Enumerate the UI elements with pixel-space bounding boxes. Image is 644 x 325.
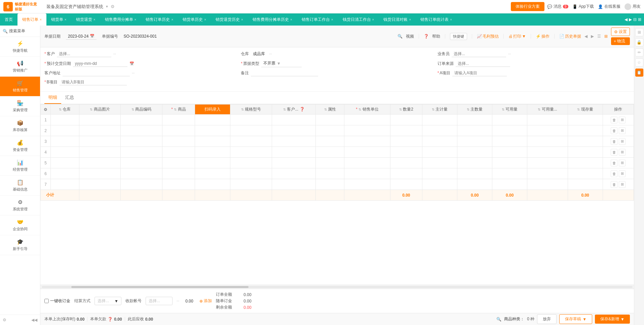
row-6-attr[interactable] bbox=[316, 168, 344, 179]
tab-close-sales-invoice[interactable]: × bbox=[65, 18, 67, 22]
row-5-copy-icon[interactable]: ⊞ bbox=[619, 160, 626, 166]
tab-sales-return[interactable]: 销货退货 × bbox=[71, 13, 100, 26]
sort-main-qty[interactable]: ⇅ bbox=[467, 108, 469, 111]
row-6-delete-icon[interactable]: 🗑 bbox=[611, 170, 617, 177]
row-4-spec[interactable] bbox=[230, 147, 272, 158]
row-7-product[interactable] bbox=[162, 179, 195, 190]
row-1-cust-code[interactable] bbox=[272, 115, 316, 125]
row-4-delete-icon[interactable]: 🗑 bbox=[611, 149, 617, 156]
row-7-qty2[interactable] bbox=[390, 179, 422, 190]
tab-detail[interactable]: 明细 bbox=[44, 92, 61, 104]
tab-order-workbench[interactable]: 销售订单工作台 × bbox=[297, 13, 338, 26]
row-6-unit[interactable] bbox=[344, 168, 390, 179]
row-4-product[interactable] bbox=[162, 147, 195, 158]
row-4-main-unit[interactable] bbox=[422, 147, 457, 158]
row-2-delete-icon[interactable]: 🗑 bbox=[611, 127, 617, 134]
row-6-product[interactable] bbox=[162, 168, 195, 179]
tab-fullscreen-icon[interactable]: ⊞ bbox=[638, 17, 641, 22]
right-tool-grid[interactable]: ⊞ bbox=[635, 28, 643, 36]
right-tool-copy[interactable]: 📋 bbox=[635, 69, 643, 77]
staff-more-icon[interactable]: ··· bbox=[508, 52, 511, 56]
history-btn[interactable]: 📄 历史单据 bbox=[559, 34, 581, 39]
sort-available2[interactable]: ⇅ bbox=[538, 108, 540, 111]
nav-right-icon[interactable]: ▶ bbox=[591, 34, 594, 39]
row-6-qty2[interactable] bbox=[390, 168, 422, 179]
right-tool-edit[interactable]: ✏ bbox=[635, 48, 643, 56]
col-settings-icon[interactable]: ⚙ bbox=[44, 107, 47, 112]
row-6-copy-icon[interactable]: ⊞ bbox=[619, 170, 626, 177]
row-5-cust-code[interactable] bbox=[272, 158, 316, 168]
row-6-main-qty[interactable] bbox=[457, 168, 492, 179]
sidebar-item-finance[interactable]: 💰 资金管理 bbox=[0, 136, 40, 156]
row-4-cust-code[interactable] bbox=[272, 147, 316, 158]
note-input[interactable] bbox=[251, 70, 318, 76]
tab-prev-icon[interactable]: ◀ bbox=[624, 17, 628, 22]
sidebar-item-guide[interactable]: 🎓 新手引导 bbox=[0, 235, 40, 255]
row-3-cust-code[interactable] bbox=[272, 136, 316, 147]
help-btn[interactable]: 帮助 bbox=[432, 34, 440, 39]
row-7-code[interactable] bbox=[121, 179, 162, 190]
row-6-code[interactable] bbox=[121, 168, 162, 179]
solution-button[interactable]: 体验行业方案 bbox=[511, 2, 544, 11]
tab-order-history[interactable]: 销售订单历史 × bbox=[141, 13, 178, 26]
add-btn[interactable]: ⊕ 添加 bbox=[199, 298, 212, 304]
row-3-product[interactable] bbox=[162, 136, 195, 147]
discard-button[interactable]: 放弃 bbox=[537, 314, 557, 324]
tab-close-sales-stats[interactable]: × bbox=[450, 18, 452, 22]
row-5-unit[interactable] bbox=[344, 158, 390, 168]
sort-image[interactable]: ⇅ bbox=[90, 108, 92, 111]
tab-expand-icon[interactable]: ⊟ bbox=[633, 17, 637, 22]
horizontal-scrollbar[interactable] bbox=[40, 285, 634, 289]
invoice-type-select[interactable]: 不开票 ▼ bbox=[261, 60, 302, 67]
row-2-main-unit[interactable] bbox=[422, 125, 457, 136]
row-5-qty2[interactable] bbox=[390, 158, 422, 168]
tab-close-return-history[interactable]: × bbox=[241, 18, 243, 22]
save-new-arrow-icon[interactable]: ▼ bbox=[620, 317, 624, 322]
row-7-unit[interactable] bbox=[344, 179, 390, 190]
scrollbar-thumb[interactable] bbox=[71, 286, 249, 288]
row-6-main-unit[interactable] bbox=[422, 168, 457, 179]
row-3-main-qty[interactable] bbox=[457, 136, 492, 147]
view-btn[interactable]: 视频 bbox=[406, 34, 414, 39]
row-2-unit[interactable] bbox=[344, 125, 390, 136]
row-3-code[interactable] bbox=[121, 136, 162, 147]
row-7-spec[interactable] bbox=[230, 179, 272, 190]
row-4-copy-icon[interactable]: ⊞ bbox=[619, 149, 626, 156]
row-5-code[interactable] bbox=[121, 158, 162, 168]
row-2-cust-code[interactable] bbox=[272, 125, 316, 136]
row-3-delete-icon[interactable]: 🗑 bbox=[611, 138, 617, 145]
app-download-btn[interactable]: 📱 App下载 bbox=[572, 4, 594, 9]
row-3-copy-icon[interactable]: ⊞ bbox=[619, 138, 626, 145]
grid-view-icon[interactable]: ⊞ bbox=[604, 34, 608, 39]
tab-summary[interactable]: 汇总 bbox=[61, 92, 78, 104]
shortcut-btn[interactable]: 快捷键 bbox=[450, 33, 467, 40]
tab-return-history[interactable]: 销货退货历史 × bbox=[211, 13, 248, 26]
list-view-icon[interactable]: ☰ bbox=[597, 34, 601, 39]
row-2-attr[interactable] bbox=[316, 125, 344, 136]
row-3-unit[interactable] bbox=[344, 136, 390, 147]
online-service-btn[interactable]: 👤 在线客服 bbox=[598, 4, 620, 9]
print-dropdown-icon[interactable]: ▼ bbox=[522, 34, 526, 39]
settings-btn[interactable]: ⚙ 设置 bbox=[611, 28, 630, 36]
tab-close-sales-return[interactable]: × bbox=[93, 18, 96, 22]
date-field[interactable]: 2023-03-24 📅 bbox=[66, 33, 97, 40]
customer-addr-input[interactable] bbox=[63, 70, 130, 76]
row-1-main-unit[interactable] bbox=[422, 115, 457, 125]
tab-home[interactable]: 首页 bbox=[0, 13, 17, 26]
tab-fee-history[interactable]: 销售费用分摊单历史 × bbox=[248, 13, 297, 26]
a-project-input[interactable] bbox=[452, 70, 507, 76]
tab-sales-fee[interactable]: 销售费用分摊单 × bbox=[100, 13, 141, 26]
row-4-warehouse[interactable] bbox=[51, 147, 79, 158]
sort-unit[interactable]: ⇅ bbox=[358, 108, 361, 111]
order-source-input[interactable] bbox=[456, 60, 510, 67]
save-new-button[interactable]: 保存&新增 ▼ bbox=[595, 315, 630, 324]
account-more-icon[interactable]: ··· bbox=[177, 299, 179, 303]
sort-main-unit[interactable]: ⇅ bbox=[432, 108, 434, 111]
sort-qty2[interactable]: ⇅ bbox=[399, 108, 402, 111]
row-3-attr[interactable] bbox=[316, 136, 344, 147]
tab-close-order-workbench[interactable]: × bbox=[331, 18, 333, 22]
staff-input[interactable] bbox=[452, 51, 506, 57]
row-7-copy-icon[interactable]: ⊞ bbox=[619, 181, 626, 188]
sidebar-item-quick-nav[interactable]: ⚡ 快捷导航 bbox=[0, 37, 40, 57]
sidebar-item-basic[interactable]: 📋 基础信息 bbox=[0, 176, 40, 196]
